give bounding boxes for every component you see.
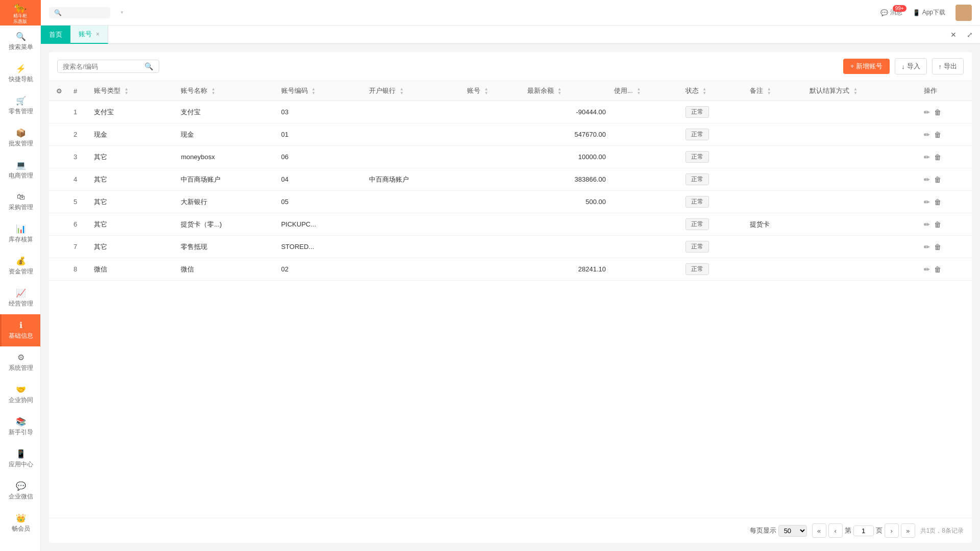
- status-badge: 正常: [685, 241, 709, 253]
- app-download-button[interactable]: 📱 App下载: [913, 8, 945, 17]
- row-bank-4: [365, 191, 463, 213]
- total-info: 共1页，8条记录: [920, 527, 964, 535]
- sidebar-item-guide[interactable]: 📚 新手引导: [0, 411, 40, 443]
- delete-button-5[interactable]: 🗑: [934, 220, 941, 229]
- row-balance-7: 28241.10: [523, 258, 610, 281]
- page-input-wrap: 第 页: [845, 525, 883, 536]
- delete-button-4[interactable]: 🗑: [934, 198, 941, 206]
- export-icon: ↑: [939, 63, 942, 70]
- col-remark[interactable]: 备注 ▲▼: [746, 81, 805, 101]
- row-account-7: [463, 258, 523, 281]
- message-button[interactable]: 💬 消息 99+: [880, 8, 902, 17]
- row-setting-5: [49, 213, 69, 236]
- sidebar-item-app-center[interactable]: 📱 应用中心: [0, 443, 40, 475]
- dropdown-nav[interactable]: [116, 10, 124, 15]
- edit-button-5[interactable]: ✏: [924, 220, 930, 229]
- sidebar-item-cooperation[interactable]: 🤝 企业协同: [0, 379, 40, 411]
- basic-info-icon: ℹ: [4, 320, 38, 330]
- sidebar-item-quick-nav[interactable]: ⚡ 快捷导航: [0, 58, 40, 90]
- tab-close-btn[interactable]: ✕: [947, 29, 960, 41]
- col-default-settle[interactable]: 默认结算方式 ▲▼: [805, 81, 920, 101]
- page-size-wrap: 每页显示 50 100 200: [750, 525, 807, 537]
- delete-button-0[interactable]: 🗑: [934, 108, 941, 116]
- delete-button-1[interactable]: 🗑: [934, 131, 941, 139]
- sidebar-item-finance[interactable]: 💰 资金管理: [0, 250, 40, 282]
- delete-button-2[interactable]: 🗑: [934, 153, 941, 161]
- sidebar-item-ecommerce[interactable]: 💻 电商管理: [0, 154, 40, 186]
- row-balance-2: 10000.00: [523, 146, 610, 168]
- edit-button-7[interactable]: ✏: [924, 265, 930, 273]
- col-balance[interactable]: 最新余额 ▲▼: [523, 81, 610, 101]
- table-wrap: ⚙ # 账号类型 ▲▼ 账号名称 ▲▼ 账号编码: [49, 81, 972, 518]
- col-code[interactable]: 账号编码 ▲▼: [277, 81, 365, 101]
- row-usage-5: [610, 213, 681, 236]
- export-button[interactable]: ↑ 导出: [932, 58, 964, 74]
- row-bank-7: [365, 258, 463, 281]
- edit-button-1[interactable]: ✏: [924, 131, 930, 139]
- tab-bar: 首页 账号 × ✕ ⤢: [41, 26, 980, 44]
- col-type-label: 账号类型: [94, 87, 120, 94]
- col-account[interactable]: 账号 ▲▼: [463, 81, 523, 101]
- delete-button-7[interactable]: 🗑: [934, 265, 941, 273]
- col-type[interactable]: 账号类型 ▲▼: [90, 81, 177, 101]
- account-tab-close[interactable]: ×: [96, 31, 100, 37]
- last-page-btn[interactable]: »: [901, 523, 915, 538]
- prev-page-btn[interactable]: ‹: [828, 523, 843, 538]
- row-no-1: 2: [69, 123, 90, 146]
- wholesale-icon: 📦: [4, 128, 38, 138]
- status-badge: 正常: [685, 263, 709, 275]
- row-status-5: 正常: [681, 213, 746, 236]
- table-row: 5 其它 大新银行 05 500.00 正常 ✏ 🗑: [49, 191, 972, 213]
- edit-button-3[interactable]: ✏: [924, 176, 930, 184]
- col-balance-label: 最新余额: [527, 87, 554, 94]
- col-status-label: 状态: [685, 87, 699, 94]
- tab-maximize-btn[interactable]: ⤢: [964, 29, 976, 41]
- tab-home[interactable]: 首页: [41, 26, 70, 44]
- row-status-0: 正常: [681, 101, 746, 123]
- edit-button-2[interactable]: ✏: [924, 153, 930, 161]
- col-bank[interactable]: 开户银行 ▲▼: [365, 81, 463, 101]
- edit-button-4[interactable]: ✏: [924, 198, 930, 206]
- search-input[interactable]: [63, 63, 144, 70]
- main-area: 🔍 💬 消息 99+ 📱 App下载 首页 账号: [41, 0, 980, 551]
- sidebar-item-member[interactable]: 👑 畅会员: [0, 507, 40, 539]
- sidebar-item-retail[interactable]: 🛒 零售管理: [0, 90, 40, 122]
- row-setting-0: [49, 101, 69, 123]
- col-name[interactable]: 账号名称 ▲▼: [177, 81, 277, 101]
- sidebar-item-inventory[interactable]: 📊 库存核算: [0, 218, 40, 250]
- row-usage-1: [610, 123, 681, 146]
- edit-button-6[interactable]: ✏: [924, 243, 930, 251]
- member-icon: 👑: [4, 513, 38, 523]
- sidebar-item-wechat[interactable]: 💬 企业微信: [0, 475, 40, 507]
- row-bank-1: [365, 123, 463, 146]
- row-actions-7: ✏ 🗑: [920, 258, 972, 281]
- sort-default-settle-icon: ▲▼: [853, 87, 857, 95]
- next-page-btn[interactable]: ›: [885, 523, 899, 538]
- row-name-4: 大新银行: [177, 191, 277, 213]
- page-size-select[interactable]: 50 100 200: [778, 525, 807, 537]
- edit-button-0[interactable]: ✏: [924, 108, 930, 116]
- row-no-7: 8: [69, 258, 90, 281]
- delete-button-6[interactable]: 🗑: [934, 243, 941, 251]
- sidebar-item-search[interactable]: 🔍 搜索菜单: [0, 26, 40, 58]
- sidebar-item-operations[interactable]: 📈 经营管理: [0, 282, 40, 314]
- delete-button-3[interactable]: 🗑: [934, 176, 941, 184]
- sidebar-item-basic-info[interactable]: ℹ 基础信息: [0, 314, 40, 346]
- top-header: 🔍 💬 消息 99+ 📱 App下载: [41, 0, 980, 26]
- col-status[interactable]: 状态 ▲▼: [681, 81, 746, 101]
- page-number-input[interactable]: [853, 525, 874, 536]
- row-remark-5: 提货卡: [746, 213, 805, 236]
- top-search-box[interactable]: 🔍: [49, 7, 110, 18]
- sidebar-item-wholesale[interactable]: 📦 批发管理: [0, 122, 40, 154]
- col-usage[interactable]: 使用... ▲▼: [610, 81, 681, 101]
- sidebar-item-purchase[interactable]: 🛍 采购管理: [0, 186, 40, 218]
- row-balance-1: 547670.00: [523, 123, 610, 146]
- first-page-btn[interactable]: «: [812, 523, 826, 538]
- add-account-button[interactable]: + 新增账号: [843, 59, 890, 74]
- row-actions-5: ✏ 🗑: [920, 213, 972, 236]
- import-button[interactable]: ↓ 导入: [895, 58, 927, 74]
- user-avatar[interactable]: [955, 5, 972, 21]
- col-setting[interactable]: ⚙: [49, 81, 69, 101]
- sidebar-item-system[interactable]: ⚙ 系统管理: [0, 346, 40, 379]
- tab-account[interactable]: 账号 ×: [70, 26, 108, 44]
